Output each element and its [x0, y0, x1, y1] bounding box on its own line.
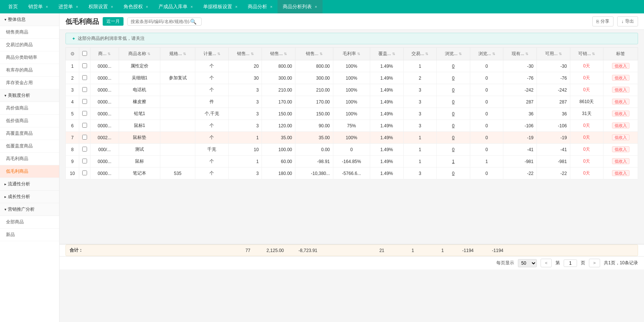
- nav-product-analysis[interactable]: 商品分析 ×: [243, 0, 278, 13]
- row-checkbox[interactable]: [82, 63, 87, 68]
- sidebar-group-marketing-header[interactable]: ▾ 营销推广分析: [0, 203, 59, 216]
- nav-product-analysis-list[interactable]: 商品分析列表 ×: [278, 0, 322, 13]
- row-checkbox-cell[interactable]: [79, 84, 90, 96]
- nav-role-auth[interactable]: 角色授权 ×: [118, 0, 153, 13]
- nav-permission-settings[interactable]: 权限设置 ×: [83, 0, 118, 13]
- nav-sales-order[interactable]: 销货单 ×: [23, 0, 53, 13]
- sidebar-item-high-coverage[interactable]: 高覆盖度商品: [0, 127, 59, 140]
- nav-close-role[interactable]: ×: [146, 4, 148, 9]
- row-checkbox-cell[interactable]: [79, 168, 90, 179]
- sidebar-group-beauty-header[interactable]: ▾ 美観度分析: [0, 89, 59, 102]
- row-checkbox[interactable]: [82, 159, 87, 163]
- sidebar-item-low-value[interactable]: 低价值商品: [0, 115, 59, 127]
- row-browse1[interactable]: 0: [437, 72, 470, 84]
- row-sales2: 210.00: [262, 84, 295, 96]
- row-checkbox-cell[interactable]: [79, 120, 90, 132]
- sidebar-item-low-margin[interactable]: 低毛利商品: [0, 165, 59, 178]
- col-header-name[interactable]: 商品名称⇅: [119, 48, 160, 60]
- row-checkbox[interactable]: [82, 111, 87, 116]
- col-header-margin[interactable]: 毛利率⇅: [333, 48, 370, 60]
- sidebar-item-category-rate[interactable]: 商品分类助销率: [0, 51, 59, 64]
- row-unit: 个: [195, 168, 229, 179]
- next-page-button[interactable]: ＞: [589, 259, 600, 267]
- row-browse1[interactable]: 0: [437, 144, 470, 156]
- export-button[interactable]: ↓ 导出: [617, 16, 638, 26]
- row-browse1[interactable]: 0: [437, 60, 470, 72]
- col-header-current[interactable]: 现有...⇅: [503, 48, 537, 60]
- row-checkbox-cell[interactable]: [79, 132, 90, 144]
- table-row: 6 0000... 鼠标1 个 3 120.00 90.00 75% 1.49%…: [66, 120, 638, 132]
- page-unit: 页: [581, 260, 585, 266]
- search-icon[interactable]: 🔍: [190, 19, 196, 25]
- col-header-sales2[interactable]: 销售...⇅: [262, 48, 295, 60]
- row-sales3: 0.00: [295, 144, 333, 156]
- col-header-sellable[interactable]: 可销...⇅: [570, 48, 603, 60]
- row-browse1[interactable]: 0: [437, 96, 470, 108]
- col-header-code[interactable]: 商...⇅: [90, 48, 119, 60]
- prev-page-button[interactable]: ＜: [541, 259, 552, 267]
- nav-purchase-order[interactable]: 进货单 ×: [53, 0, 83, 13]
- row-sellable: 0天: [570, 144, 603, 156]
- column-settings-button[interactable]: ⚙: [70, 51, 75, 57]
- time-filter-button[interactable]: 近一月: [103, 17, 124, 26]
- row-checkbox[interactable]: [82, 147, 87, 152]
- nav-close-analysis-list[interactable]: ×: [315, 4, 317, 9]
- nav-close-sales[interactable]: ×: [46, 4, 48, 9]
- col-header-browse2[interactable]: 浏览...⇅: [470, 48, 503, 60]
- row-checkbox-cell[interactable]: [79, 144, 90, 156]
- sidebar-item-high-margin[interactable]: 高毛利商品: [0, 153, 59, 165]
- nav-close-purchase[interactable]: ×: [76, 4, 78, 9]
- col-header-spec[interactable]: 规格...⇅: [160, 48, 195, 60]
- row-checkbox[interactable]: [82, 135, 87, 140]
- sidebar-item-low-coverage[interactable]: 低覆盖度商品: [0, 140, 59, 153]
- row-checkbox[interactable]: [82, 87, 87, 92]
- nav-close-analysis[interactable]: ×: [270, 4, 272, 9]
- row-code: 0000...: [90, 108, 119, 120]
- sidebar-group-growth-header[interactable]: ▸ 成长性分析: [0, 191, 59, 203]
- row-checkbox[interactable]: [82, 123, 87, 128]
- col-header-sales1[interactable]: 销售...⇅: [228, 48, 262, 60]
- row-browse1[interactable]: 0: [437, 132, 470, 144]
- search-input[interactable]: [131, 19, 190, 24]
- sidebar-item-stock-products[interactable]: 有库存的商品: [0, 64, 59, 77]
- share-button[interactable]: ⎘ 分享: [592, 16, 613, 26]
- nav-home[interactable]: 首页: [3, 0, 23, 13]
- select-all-checkbox[interactable]: [82, 51, 87, 56]
- sidebar-group-overall-header[interactable]: ▾ 整体信息: [0, 13, 59, 26]
- row-browse1[interactable]: 0: [437, 168, 470, 179]
- nav-close-template[interactable]: ×: [235, 4, 237, 9]
- sidebar-item-new-products[interactable]: 新品: [0, 229, 59, 241]
- nav-product-instock[interactable]: 产成品入库单 ×: [153, 0, 198, 13]
- row-checkbox-cell[interactable]: [79, 96, 90, 108]
- row-checkbox-cell[interactable]: [79, 108, 90, 120]
- sidebar-group-liquidity-header[interactable]: ▸ 流通性分析: [0, 178, 59, 191]
- total-row: 合计： 77 2,125.00 -8,723.91 21 1 1 -1194 -…: [65, 245, 638, 256]
- page-number-input[interactable]: [564, 259, 577, 267]
- row-checkbox[interactable]: [82, 170, 87, 175]
- sidebar-item-traded-products[interactable]: 交易过的商品: [0, 39, 59, 51]
- page-size-select[interactable]: 50 20 100: [518, 259, 537, 267]
- row-checkbox-cell[interactable]: [79, 156, 90, 168]
- sidebar-item-sales-products[interactable]: 销售类商品: [0, 26, 59, 39]
- row-browse1[interactable]: 1: [437, 156, 470, 168]
- row-checkbox[interactable]: [82, 75, 87, 80]
- col-header-trade[interactable]: 交易...⇅: [403, 48, 437, 60]
- nav-template-settings[interactable]: 单据模板设置 ×: [198, 0, 243, 13]
- col-header-unit[interactable]: 计量...⇅: [195, 48, 229, 60]
- sidebar-item-all-products[interactable]: 全部商品: [0, 216, 59, 229]
- sidebar-item-stock-capital[interactable]: 库存资金占用: [0, 77, 59, 89]
- col-header-browse1[interactable]: 浏览...⇅: [437, 48, 470, 60]
- row-browse1[interactable]: 0: [437, 120, 470, 132]
- col-header-available[interactable]: 可用...⇅: [536, 48, 570, 60]
- col-header-coverage[interactable]: 覆盖...⇅: [370, 48, 403, 60]
- row-browse1[interactable]: 0: [437, 84, 470, 96]
- row-browse1[interactable]: 0: [437, 108, 470, 120]
- nav-close-permission[interactable]: ×: [111, 4, 113, 9]
- row-checkbox-cell[interactable]: [79, 72, 90, 84]
- col-header-sales3[interactable]: 销售...⇅: [295, 48, 333, 60]
- nav-close-instock[interactable]: ×: [190, 4, 193, 9]
- row-checkbox[interactable]: [82, 99, 87, 104]
- sidebar-item-high-value[interactable]: 高价值商品: [0, 102, 59, 115]
- row-checkbox-cell[interactable]: [79, 60, 90, 72]
- row-unit: 个: [195, 120, 229, 132]
